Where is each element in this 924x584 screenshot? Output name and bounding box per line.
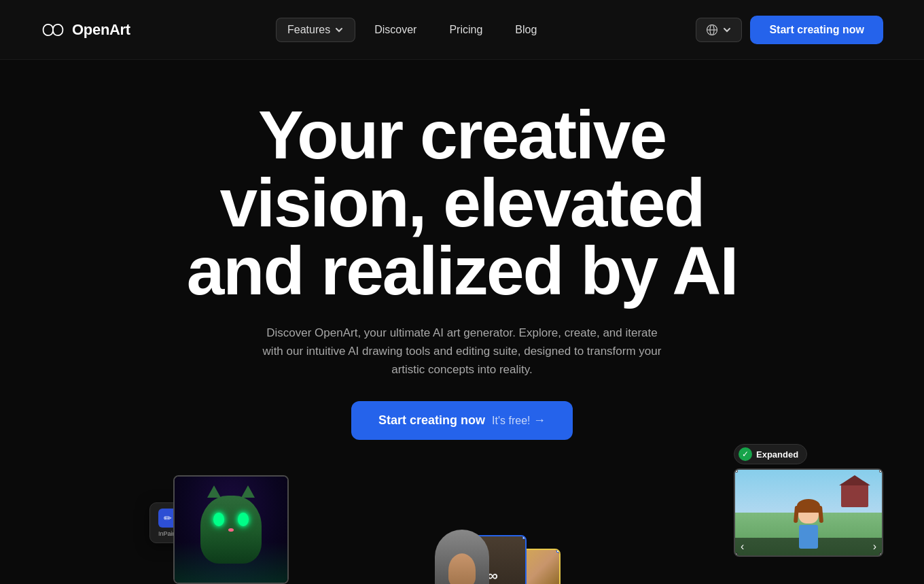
cyberpunk-cat-card bbox=[173, 475, 289, 584]
handle-tl-4 bbox=[734, 468, 738, 473]
openart-logo-icon bbox=[41, 22, 65, 38]
hero-section: Your creative vision, elevated and reali… bbox=[0, 60, 924, 584]
pricing-nav-item[interactable]: Pricing bbox=[436, 18, 496, 41]
blog-nav-item[interactable]: Blog bbox=[501, 18, 550, 41]
cat-eye-right bbox=[238, 513, 249, 526]
discover-nav-item[interactable]: Discover bbox=[361, 18, 430, 41]
hero-title-line2: vision, elevated bbox=[220, 165, 705, 241]
discover-label: Discover bbox=[374, 24, 416, 35]
language-selector[interactable] bbox=[696, 18, 742, 42]
avatar-preview bbox=[435, 530, 489, 584]
barn-bg bbox=[841, 483, 868, 507]
expanded-status-badge: ✓ Expanded bbox=[734, 444, 807, 464]
globe-icon bbox=[706, 24, 718, 36]
features-nav-item[interactable]: Features bbox=[276, 18, 355, 42]
blog-label: Blog bbox=[515, 24, 537, 35]
girl-figure bbox=[798, 502, 819, 549]
cat-editor-preview bbox=[173, 475, 289, 584]
features-label: Features bbox=[287, 24, 330, 36]
nav-links: Features Discover Pricing Blog bbox=[276, 18, 550, 42]
logo-link[interactable]: OpenArt bbox=[41, 21, 130, 39]
cat-nose bbox=[228, 528, 234, 532]
handle-tr-3 bbox=[522, 535, 527, 539]
handle-tr-4 bbox=[879, 468, 883, 473]
nav-cta-button[interactable]: Start creating now bbox=[750, 16, 883, 44]
avatar-head bbox=[448, 553, 476, 584]
avatar-float bbox=[435, 530, 489, 584]
hero-title: Your creative vision, elevated and reali… bbox=[187, 101, 738, 305]
hero-cta-label: Start creating now bbox=[378, 413, 485, 428]
expanded-image-card: ‹ › bbox=[734, 468, 883, 557]
expanded-badge-label: Expanded bbox=[756, 449, 798, 460]
check-icon: ✓ bbox=[739, 447, 752, 461]
expanded-panel: ✓ Expanded bbox=[734, 444, 883, 557]
hero-cta-area: Start creating now It's free! → bbox=[351, 401, 573, 440]
lang-chevron-icon bbox=[722, 25, 732, 35]
pricing-label: Pricing bbox=[449, 24, 482, 35]
cat-eyes bbox=[213, 513, 249, 526]
hero-cta-free-label: It's free! → bbox=[492, 413, 546, 428]
hero-title-line3: and realized by AI bbox=[187, 233, 738, 309]
logo-text: OpenArt bbox=[72, 21, 130, 39]
cat-face bbox=[200, 496, 262, 564]
hero-title-line1: Your creative bbox=[258, 97, 666, 173]
handle-top-right bbox=[556, 549, 561, 553]
navbar: OpenArt Features Discover Pricing Blog bbox=[0, 0, 924, 60]
chevron-down-icon bbox=[334, 25, 344, 35]
cat-eye-left bbox=[213, 513, 224, 526]
next-arrow[interactable]: › bbox=[873, 540, 876, 553]
nav-right: Start creating now bbox=[696, 16, 883, 44]
prev-arrow[interactable]: ‹ bbox=[741, 540, 744, 553]
hero-subtitle: Discover OpenArt, your ultimate AI art g… bbox=[258, 324, 666, 379]
arrow-icon: → bbox=[533, 413, 546, 427]
hero-cta-button[interactable]: Start creating now It's free! → bbox=[351, 401, 573, 440]
cyberpunk-cat-image bbox=[175, 477, 287, 583]
